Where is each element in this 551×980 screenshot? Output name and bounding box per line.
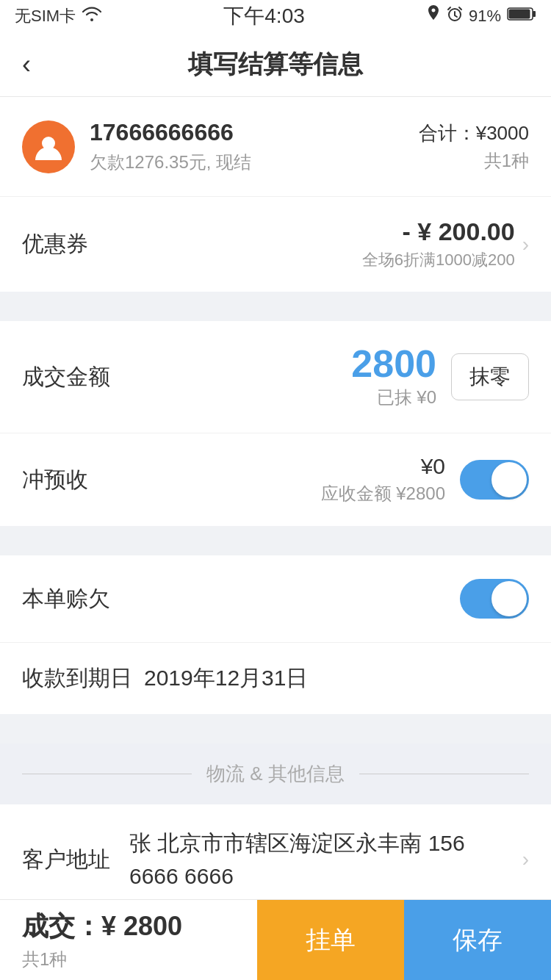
divider-line-right (359, 774, 529, 774)
deal-section: 成交金额 2800 已抹 ¥0 抹零 冲预收 ¥0 应收金额 ¥2800 (0, 321, 551, 526)
deal-amount-wrap: 2800 已抹 ¥0 (351, 345, 436, 409)
customer-phone: 17666666666 (90, 119, 251, 146)
logistics-divider: 物流 & 其他信息 (0, 743, 551, 804)
location-icon (426, 5, 441, 27)
prepay-receivable: 应收金额 ¥2800 (321, 482, 445, 505)
address-value: 张 北京市市辖区海淀区永丰南 156 6666 6666 (118, 826, 522, 893)
customer-info: 17666666666 欠款1276.35元, 现结 (90, 119, 251, 174)
coupon-label: 优惠券 (22, 229, 88, 259)
customer-right: 合计：¥3000 共1种 (419, 120, 529, 173)
save-button[interactable]: 保存 (404, 900, 551, 981)
debt-toggle[interactable] (460, 579, 529, 619)
due-date-row: 收款到期日 2019年12月31日 (0, 642, 551, 714)
prepay-amount-wrap: ¥0 应收金额 ¥2800 (321, 454, 445, 505)
header: ‹ 填写结算等信息 (0, 32, 551, 97)
prepay-right: ¥0 应收金额 ¥2800 (321, 454, 529, 505)
bottom-summary: 成交：¥ 2800 共1种 (0, 909, 257, 971)
toggle-knob (491, 462, 527, 497)
coupon-desc: 全场6折满1000减200 (362, 249, 515, 271)
battery-icon (507, 7, 536, 26)
divider-line-left (22, 774, 192, 774)
logistics-label: 物流 & 其他信息 (206, 761, 345, 787)
battery-label: 91% (469, 7, 501, 26)
prepay-label: 冲预收 (22, 465, 88, 495)
coupon-right: - ¥ 200.00 全场6折满1000减200 › (362, 217, 529, 271)
customer-section: 17666666666 欠款1276.35元, 现结 合计：¥3000 共1种 … (0, 97, 551, 292)
prepay-toggle[interactable] (460, 460, 529, 500)
address-label: 客户地址 (22, 845, 118, 875)
svg-rect-2 (508, 10, 530, 19)
pending-button[interactable]: 挂单 (257, 900, 404, 981)
prepay-amount: ¥0 (321, 454, 445, 479)
address-chevron-icon: › (522, 848, 529, 871)
customer-row: 17666666666 欠款1276.35元, 现结 合计：¥3000 共1种 (0, 97, 551, 196)
debt-label: 本单赊欠 (22, 584, 110, 614)
address-row[interactable]: 客户地址 张 北京市市辖区海淀区永丰南 156 6666 6666 › (0, 804, 551, 915)
status-left: 无SIM卡 (15, 5, 102, 27)
total-count: 共1种 (419, 149, 529, 173)
deal-right: 2800 已抹 ¥0 抹零 (351, 345, 529, 409)
deal-label: 成交金额 (22, 362, 110, 392)
bottom-deal-amount: ¥ 2800 (101, 911, 182, 941)
status-right: 91% (426, 5, 536, 27)
customer-debt: 欠款1276.35元, 现结 (90, 151, 251, 174)
chevron-right-icon: › (522, 233, 529, 256)
section-gap-1 (0, 306, 551, 321)
coupon-row[interactable]: 优惠券 - ¥ 200.00 全场6折满1000减200 › (0, 196, 551, 292)
round-button[interactable]: 抹零 (451, 353, 529, 400)
due-date-value: 2019年12月31日 (144, 663, 308, 693)
deal-row: 成交金额 2800 已抹 ¥0 抹零 (0, 321, 551, 433)
section-gap-3 (0, 729, 551, 743)
customer-left: 17666666666 欠款1276.35元, 现结 (22, 119, 251, 174)
deal-erased: 已抹 ¥0 (351, 386, 436, 409)
debt-toggle-knob (491, 581, 527, 616)
wifi-icon (82, 7, 102, 26)
avatar (22, 120, 75, 173)
coupon-info: - ¥ 200.00 全场6折满1000减200 (362, 217, 515, 271)
due-label: 收款到期日 (22, 663, 132, 693)
content-area: 17666666666 欠款1276.35元, 现结 合计：¥3000 共1种 … (0, 97, 551, 980)
address-section: 客户地址 张 北京市市辖区海淀区永丰南 156 6666 6666 › (0, 804, 551, 915)
svg-rect-3 (533, 11, 536, 17)
status-bar: 无SIM卡 下午4:03 91% (0, 0, 551, 32)
section-gap-2 (0, 541, 551, 555)
debt-row: 本单赊欠 (0, 555, 551, 642)
bottom-bar: 成交：¥ 2800 共1种 挂单 保存 (0, 899, 551, 980)
coupon-discount: - ¥ 200.00 (362, 217, 515, 246)
alarm-icon (447, 6, 463, 26)
total-label: 合计：¥3000 (419, 120, 529, 146)
prepay-row: 冲预收 ¥0 应收金额 ¥2800 (0, 433, 551, 526)
page-title: 填写结算等信息 (188, 48, 363, 82)
bottom-count: 共1种 (22, 948, 235, 971)
back-button[interactable]: ‹ (22, 49, 31, 80)
debt-section: 本单赊欠 收款到期日 2019年12月31日 (0, 555, 551, 714)
bottom-deal: 成交：¥ 2800 (22, 909, 235, 945)
status-time: 下午4:03 (223, 2, 305, 30)
total-amount: ¥3000 (476, 122, 529, 144)
carrier-label: 无SIM卡 (15, 5, 76, 27)
deal-amount: 2800 (351, 345, 436, 383)
